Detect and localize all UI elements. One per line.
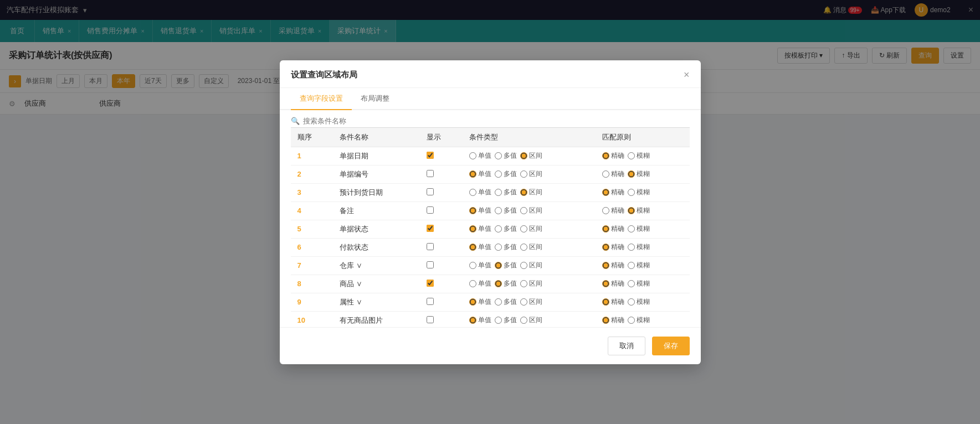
tab-query-fields[interactable]: 查询字段设置 [291, 88, 352, 110]
dialog-title: 设置查询区域布局 [291, 70, 357, 80]
modal-overlay: 设置查询区域布局 × 查询字段设置 布局调整 🔍 顺序 条件名称 显示 条件类型 [0, 0, 980, 115]
settings-dialog: 设置查询区域布局 × 查询字段设置 布局调整 🔍 顺序 条件名称 显示 条件类型 [280, 60, 701, 115]
dialog-close-button[interactable]: × [684, 69, 690, 81]
dialog-header: 设置查询区域布局 × [280, 60, 701, 88]
tab-layout[interactable]: 布局调整 [352, 88, 398, 110]
dialog-tabs: 查询字段设置 布局调整 [280, 88, 701, 110]
